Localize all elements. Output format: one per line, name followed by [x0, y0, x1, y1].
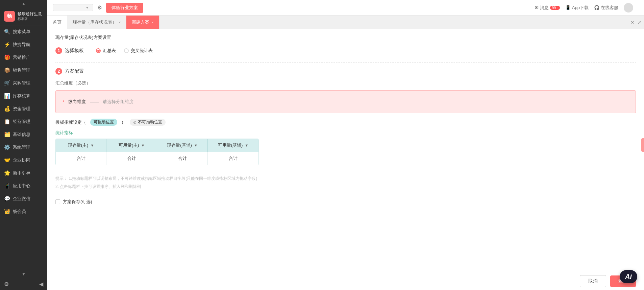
sidebar-item-finance[interactable]: 💰 资金管理 [0, 102, 47, 115]
sidebar-item-system[interactable]: ⚙️ 系统管理 [0, 141, 47, 154]
tabs-bar: 首页 现存量（库存状况表） × 新建方案 × ✕ ⤢ [47, 16, 644, 29]
headset-icon: 🎧 [594, 5, 599, 10]
sidebar-footer: ⚙ ◀ [0, 278, 47, 290]
header-label-0: 现存量(主) [68, 142, 89, 148]
wechat-icon: 💬 [4, 196, 10, 202]
tab-new-plan-label: 新建方案 [132, 19, 149, 25]
sidebar-item-search[interactable]: 🔍 搜索菜单 [0, 25, 47, 38]
header-chevron-1: ▼ [141, 143, 145, 147]
tab-new-plan[interactable]: 新建方案 × [126, 16, 159, 29]
page-title: 现存量(库存状况表)方案设置 [55, 34, 636, 41]
movable-badge: 可拖动位置 [90, 119, 117, 126]
app-version: 标准版 [18, 17, 42, 21]
tab-home[interactable]: 首页 [47, 16, 67, 29]
radio-cross[interactable]: 交叉统计表 [124, 48, 153, 54]
settings-icon[interactable]: ⚙ [4, 281, 9, 287]
operations-icon: 📋 [4, 119, 10, 125]
divider-1 [55, 62, 636, 63]
table-header-cell-2[interactable]: 现存量(基辅) ▼ [157, 139, 208, 152]
table-row: 合计 合计 合计 合计 [56, 152, 258, 165]
ai-bubble[interactable]: Ai [620, 270, 637, 283]
radio-cross-circle [124, 48, 129, 53]
template-options: 汇总表 交叉统计表 [96, 48, 153, 54]
sidebar-marketing-label: 营销推广 [13, 54, 30, 61]
radio-summary[interactable]: 汇总表 [96, 48, 116, 54]
header-label-3: 可用量(基辅) [218, 142, 243, 148]
stats-table: 现存量(主) ▼ 可用量(主) ▼ 现存量(基辅) ▼ 可用量(基辅) ▼ [55, 139, 259, 165]
sidebar-scroll-down[interactable]: ▼ [0, 270, 47, 278]
sidebar-item-marketing[interactable]: 🎁 营销推广 [0, 51, 47, 64]
gear-icon[interactable]: ⚙ [97, 4, 102, 11]
resize-icon[interactable]: ⤢ [637, 20, 641, 25]
close-tab-icon[interactable]: ✕ [630, 20, 635, 25]
radio-cross-label: 交叉统计表 [131, 48, 153, 54]
step2-section: 2 方案配置 汇总维度（必选） * 纵向维度 —— 请选择分组维度 模板指标设定… [55, 68, 636, 191]
trial-button[interactable]: 体验行业方案 [106, 3, 143, 13]
table-data-cell-1: 合计 [106, 152, 157, 165]
indicator-settings-suffix: ） [121, 119, 126, 125]
step2-title: 方案配置 [65, 68, 84, 74]
dimension-label: 纵向维度 [68, 99, 86, 105]
non-movable-badge: 不可拖动位置 [130, 119, 166, 126]
sidebar-operations-label: 经营管理 [13, 119, 30, 125]
tab-inventory-label: 现存量（库存状况表） [73, 19, 117, 25]
user-avatar[interactable] [624, 3, 633, 13]
tips-section: 提示： 1.拖动标题栏可以调整布局，不可跨维度或指标区域拖动栏目字段(只能在同一… [55, 174, 636, 191]
sidebar-scroll-up[interactable]: ▲ [0, 0, 47, 7]
sidebar-nav: 🔍 搜索菜单 ⚡ 快捷导航 🎁 营销推广 📦 销售管理 🛒 采购管理 📊 库存核… [0, 25, 47, 270]
cancel-button[interactable]: 取消 [580, 275, 606, 287]
dimension-placeholder[interactable]: 请选择分组维度 [103, 99, 133, 105]
sales-icon: 📦 [4, 67, 10, 73]
sidebar-item-membership[interactable]: 👑 畅会员 [0, 205, 47, 218]
sidebar-item-new-guide[interactable]: 🌟 新手引导 [0, 167, 47, 179]
table-data-cell-3: 合计 [208, 152, 258, 165]
sidebar-item-purchase[interactable]: 🛒 采购管理 [0, 77, 47, 90]
sidebar-item-inventory[interactable]: 📊 库存核算 [0, 90, 47, 102]
chevron-down-icon: ▼ [85, 6, 89, 9]
bottom-bar: 取消 查询 [47, 272, 644, 290]
header-chevron-2: ▼ [194, 143, 198, 147]
right-edge-handle[interactable] [641, 138, 644, 152]
collapse-icon[interactable]: ◀ [39, 281, 43, 287]
dimension-box: * 纵向维度 —— 请选择分组维度 [55, 90, 636, 113]
messages-button[interactable]: ✉ 消息 99+ [535, 5, 560, 11]
table-header-cell-3[interactable]: 可用量(基辅) ▼ [208, 139, 258, 152]
sidebar-item-wechat[interactable]: 💬 企业微信 [0, 192, 47, 205]
sidebar-item-cooperation[interactable]: 🤝 企业协同 [0, 154, 47, 167]
sidebar-item-operations[interactable]: 📋 经营管理 [0, 115, 47, 128]
message-icon: ✉ [535, 5, 539, 10]
stats-label: 统计指标 [55, 130, 636, 136]
sidebar-logo: 畅 畅康通好生意 标准版 [0, 7, 47, 25]
step1-section: 1 选择模板 汇总表 交叉统计表 [55, 47, 636, 54]
step2-header: 2 方案配置 [55, 68, 636, 75]
tab-inventory-close-icon[interactable]: × [119, 20, 121, 24]
sidebar-item-app-center[interactable]: 📱 应用中心 [0, 179, 47, 192]
table-header-cell-0[interactable]: 现存量(主) ▼ [56, 139, 106, 152]
tip-2-text: 2. 点击标题栏下拉可设置排序、插入列和删除列 [55, 184, 141, 189]
tab-new-plan-close-icon[interactable]: × [151, 20, 153, 24]
tab-home-label: 首页 [53, 19, 61, 25]
phone-icon: 📱 [565, 5, 571, 10]
table-data-cell-2: 合计 [157, 152, 208, 165]
topbar: ▼ ⚙ 体验行业方案 ✉ 消息 99+ 📱 App下载 🎧 在线客服 [47, 0, 644, 16]
quick-nav-icon: ⚡ [4, 42, 10, 48]
marketing-icon: 🎁 [4, 54, 10, 61]
app-name: 畅康通好生意 [18, 11, 42, 17]
messages-label: 消息 [540, 5, 549, 11]
membership-icon: 👑 [4, 209, 10, 215]
table-header-cell-1[interactable]: 可用量(主) ▼ [106, 139, 157, 152]
sidebar-purchase-label: 采购管理 [13, 80, 30, 86]
sidebar-basic-info-label: 基础信息 [13, 131, 30, 138]
step1-header: 1 选择模板 汇总表 交叉统计表 [55, 47, 636, 54]
sidebar-item-quick-nav[interactable]: ⚡ 快捷导航 [0, 38, 47, 51]
topbar-search[interactable]: ▼ [53, 4, 93, 11]
tab-inventory-status[interactable]: 现存量（库存状况表） × [67, 16, 126, 29]
sidebar-app-center-label: 应用中心 [13, 183, 30, 189]
save-checkbox[interactable] [55, 199, 60, 204]
sidebar-item-basic-info[interactable]: 🗂️ 基础信息 [0, 128, 47, 141]
service-button[interactable]: 🎧 在线客服 [594, 5, 618, 11]
sidebar-item-sales[interactable]: 📦 销售管理 [0, 64, 47, 77]
basic-info-icon: 🗂️ [4, 131, 10, 138]
app-download-button[interactable]: 📱 App下载 [565, 5, 589, 11]
header-chevron-3: ▼ [245, 143, 248, 147]
